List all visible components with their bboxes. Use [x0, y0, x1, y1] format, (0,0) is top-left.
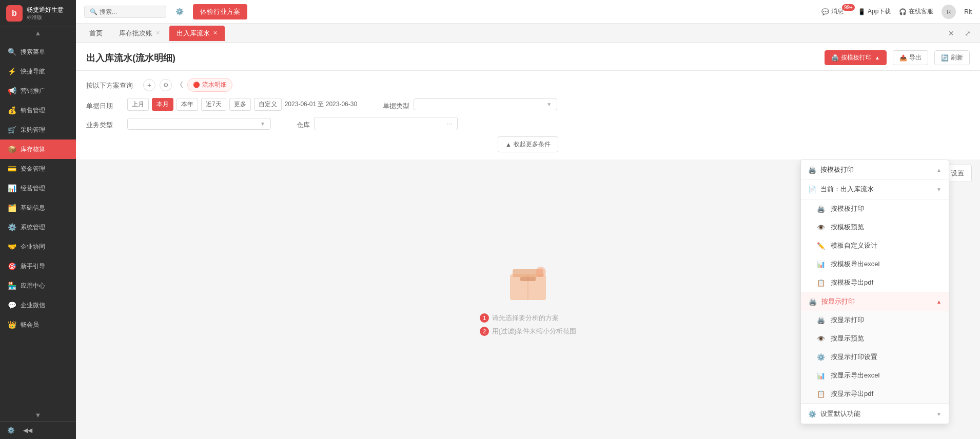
custom-date-btn[interactable]: 自定义 [254, 98, 282, 111]
empty-tip-1: 1 请先选择要分析的方案 [480, 313, 576, 323]
display-print-section-header[interactable]: 🖨️ 按显示打印 ▲ [801, 292, 949, 311]
this-year-btn[interactable]: 本年 [177, 98, 198, 111]
display-print-item[interactable]: 🖨️ 按显示打印 [801, 311, 949, 329]
sidebar-item-search[interactable]: 🔍 搜索菜单 [0, 42, 76, 62]
filter-tag[interactable]: 🔴 流水明细 [187, 78, 232, 92]
last-month-btn[interactable]: 上月 [127, 98, 149, 111]
customer-service-btn[interactable]: 🎧 在线客服 [899, 7, 933, 16]
template-export-excel-item[interactable]: 📊 按模板导出excel [801, 255, 949, 273]
more-date-btn[interactable]: 更多 [229, 98, 251, 111]
bill-type-filter: 单据类型 ▼ [383, 98, 557, 111]
filter-label: 按以下方案查询 [86, 81, 133, 90]
sidebar-item-operations[interactable]: 📊 经营管理 [0, 178, 76, 198]
guide-icon: 🎯 [7, 262, 16, 271]
page-content-wrapper: 出入库流水(流水明细) 🖨️ 按模板打印 ▲ 📤 导出 🔄 [76, 43, 980, 439]
dropdown-print-icon: 🖨️ [808, 166, 816, 174]
sidebar-bottom: ⚙️ ◀◀ [0, 421, 76, 439]
collapse-conditions-btn[interactable]: ▲ 收起更多条件 [498, 136, 558, 152]
display-print-settings-item[interactable]: ⚙️ 按显示打印设置 [801, 348, 949, 366]
empty-state: 1 请先选择要分析的方案 2 用[过滤]条件来缩小分析范围 [480, 259, 576, 340]
last7-btn[interactable]: 近7天 [201, 98, 226, 111]
app-download-btn[interactable]: 📱 App下载 [858, 7, 891, 16]
tab-home[interactable]: 首页 [82, 26, 110, 41]
display-print-section-content: 🖨️ 按显示打印 👁️ 按显示预览 ⚙️ 按显示打印设置 [801, 311, 949, 403]
industry-solution-button[interactable]: 体验行业方案 [193, 4, 247, 19]
sidebar-item-inventory[interactable]: 📦 库存核算 [0, 139, 76, 159]
print-chevron-up-icon: ▲ [875, 55, 880, 61]
template-export-pdf-item[interactable]: 📋 按模板导出pdf [801, 273, 949, 292]
user-avatar[interactable]: R [942, 5, 956, 19]
sidebar-item-wechat[interactable]: 💬 企业微信 [0, 295, 76, 315]
sidebar-item-quick-nav[interactable]: ⚡ 快捷导航 [0, 62, 76, 81]
message-btn[interactable]: 💬 消息 99+ [821, 7, 850, 16]
sidebar-item-system[interactable]: ⚙️ 系统管理 [0, 217, 76, 237]
sidebar-item-apps[interactable]: 🏪 应用中心 [0, 276, 76, 295]
template-preview-item[interactable]: 👁️ 按模板预览 [801, 218, 949, 236]
sidebar-scroll-down[interactable]: ▼ [0, 409, 76, 421]
topbar-search-icon: 🔍 [90, 8, 97, 15]
sidebar-item-coop[interactable]: 🤝 企业协同 [0, 237, 76, 256]
chevron-up-icon: ▲ [505, 141, 512, 148]
sidebar-scroll-up[interactable]: ▲ [0, 27, 76, 39]
filter-toggle-btn[interactable]: 《 [176, 81, 183, 90]
template-print-section: 🖨️ 按模板打印 👁️ 按模板预览 ✏️ 模板自定义设计 📊 [801, 199, 949, 292]
tip-num-1: 1 [480, 313, 489, 323]
topbar-search-box[interactable]: 🔍 [84, 6, 166, 18]
tip-num-2: 2 [480, 327, 489, 336]
export-icon: 📤 [899, 54, 907, 62]
template-customize-item[interactable]: ✏️ 模板自定义设计 [801, 236, 949, 255]
warehouse-more-icon: ··· [447, 120, 452, 127]
sidebar-item-basic[interactable]: 🗂️ 基础信息 [0, 198, 76, 217]
page-actions: 🖨️ 按模板打印 ▲ 📤 导出 🔄 刷新 [825, 50, 970, 65]
export-button[interactable]: 📤 导出 [893, 50, 928, 65]
svg-point-3 [536, 267, 546, 277]
display-preview-item[interactable]: 👁️ 按显示预览 [801, 329, 949, 348]
dropdown-header: 🖨️ 按模板打印 ▲ [801, 160, 949, 180]
warehouse-select[interactable]: ··· [314, 117, 458, 130]
tab-batch[interactable]: 库存批次账 ✕ [112, 26, 167, 41]
dropdown-footer[interactable]: ⚙️ 设置默认功能 ▼ [801, 404, 949, 424]
business-type-select[interactable]: ▼ [127, 118, 271, 130]
sidebar-item-guide[interactable]: 🎯 新手引导 [0, 256, 76, 276]
dropdown-collapse-icon[interactable]: ▲ [936, 167, 942, 173]
topbar-settings-btn[interactable]: ⚙️ [172, 5, 187, 19]
filter-add-button[interactable]: + [143, 79, 155, 91]
window-close-btn[interactable]: ✕ [945, 27, 957, 39]
dropdown-current-arrow: ▼ [936, 187, 942, 192]
sidebar-logo: b 畅捷通好生意 标准版 [0, 0, 76, 27]
display-export-pdf-item[interactable]: 📋 按显示导出pdf [801, 385, 949, 403]
page-title: 出入库流水(流水明细) [86, 52, 175, 64]
tab-flow-close[interactable]: ✕ [213, 30, 218, 36]
apps-icon: 🏪 [7, 281, 16, 290]
operations-icon: 📊 [7, 184, 16, 193]
search-input[interactable] [100, 8, 161, 15]
business-type-label: 业务类型 [86, 121, 113, 130]
print-template-button[interactable]: 🖨️ 按模板打印 ▲ [825, 50, 887, 65]
template-print-icon: 🖨️ [816, 204, 826, 213]
tab-flow[interactable]: 出入库流水 ✕ [169, 26, 225, 41]
sidebar-item-finance[interactable]: 💳 资金管理 [0, 159, 76, 178]
sidebar-item-member[interactable]: 👑 畅会员 [0, 315, 76, 334]
filter-settings-btn[interactable]: ⚙ [160, 79, 172, 91]
collapse-icon: ◀◀ [23, 427, 32, 434]
display-export-excel-item[interactable]: 📊 按显示导出excel [801, 366, 949, 385]
empty-icon [502, 259, 554, 305]
purchase-icon: 🛒 [7, 125, 16, 134]
sidebar-settings-btn[interactable]: ⚙️ [7, 427, 15, 434]
bill-type-select[interactable]: ▼ [414, 98, 557, 110]
sidebar-item-sales[interactable]: 💰 销售管理 [0, 101, 76, 120]
sidebar-collapse-btn[interactable]: ◀◀ [23, 427, 32, 434]
template-print-item[interactable]: 🖨️ 按模板打印 [801, 199, 949, 218]
topbar: 🔍 ⚙️ 体验行业方案 💬 消息 99+ 📱 App下载 🎧 在线客服 [76, 0, 980, 24]
dropdown-current-item[interactable]: 📄 当前：出入库流水 ▼ [801, 180, 949, 199]
search-nav-icon: 🔍 [7, 47, 16, 56]
refresh-button[interactable]: 🔄 刷新 [934, 50, 970, 65]
dropdown-current-label: 当前：出入库流水 [820, 185, 874, 194]
tab-batch-close[interactable]: ✕ [155, 30, 160, 36]
sidebar-item-purchase[interactable]: 🛒 采购管理 [0, 120, 76, 139]
window-maximize-btn[interactable]: ⤢ [962, 27, 974, 39]
print-icon: 🖨️ [831, 54, 839, 62]
sidebar-item-marketing[interactable]: 📢 营销推广 [0, 81, 76, 101]
print-dropdown-panel: 🖨️ 按模板打印 ▲ 📄 当前：出入库流水 ▼ 🖨️ [800, 159, 949, 424]
this-month-btn[interactable]: 本月 [152, 98, 173, 111]
